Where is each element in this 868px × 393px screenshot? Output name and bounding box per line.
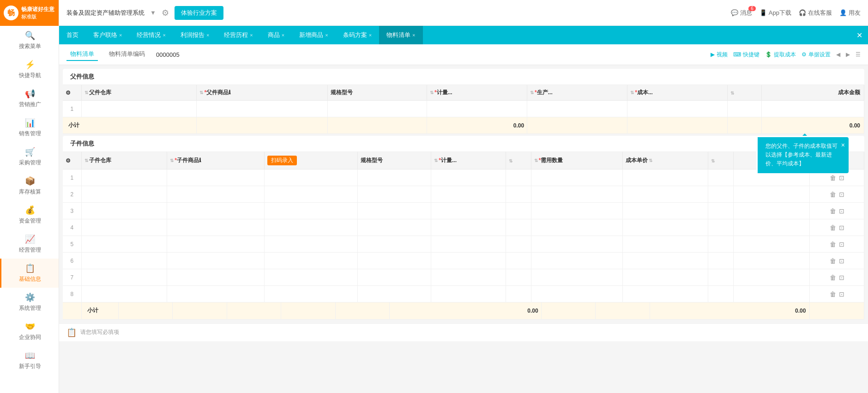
child-cell-qty-8[interactable] bbox=[531, 286, 622, 302]
grid-icon[interactable]: ☰ bbox=[856, 51, 861, 58]
child-cell-qty-7[interactable] bbox=[531, 269, 622, 286]
child-cell-spec-5[interactable] bbox=[357, 236, 431, 253]
nav-tab-经营历程[interactable]: 经营历程 × bbox=[217, 26, 260, 44]
child-cell-unit-8[interactable] bbox=[431, 286, 506, 302]
nav-tab-客户联络[interactable]: 客户联络 × bbox=[86, 26, 129, 44]
child-cell-unit-6[interactable] bbox=[431, 253, 506, 269]
delete-icon-2[interactable]: 🗑 bbox=[830, 191, 836, 198]
action-settings[interactable]: ⚙ 单据设置 bbox=[802, 51, 831, 59]
parent-cell-spec[interactable] bbox=[328, 101, 427, 117]
gear-icon[interactable]: ⚙ bbox=[162, 8, 169, 18]
child-cell-unit-cost-3[interactable] bbox=[622, 203, 708, 219]
child-col-scan[interactable]: 扫码录入 bbox=[265, 152, 357, 169]
child-cell-qty-2[interactable] bbox=[531, 186, 622, 203]
dropdown-icon[interactable]: ▼ bbox=[150, 9, 156, 16]
nav-tab-新增商品[interactable]: 新增商品 × bbox=[292, 26, 335, 44]
sidebar-item-新手引导[interactable]: 📖新手引导 bbox=[0, 346, 59, 375]
child-col-setting[interactable]: ⚙ bbox=[63, 152, 81, 169]
child-cell-unit-cost-5[interactable] bbox=[622, 236, 708, 253]
copy-icon-5[interactable]: ⊡ bbox=[839, 241, 844, 248]
child-cell-spec-1[interactable] bbox=[357, 169, 431, 186]
nav-prev[interactable]: ◀ bbox=[836, 51, 840, 58]
nav-tab-条码方案[interactable]: 条码方案 × bbox=[336, 26, 379, 44]
child-cell-qty-5[interactable] bbox=[531, 236, 622, 253]
sidebar-item-销售管理[interactable]: 📊销售管理 bbox=[0, 113, 59, 142]
delete-icon-7[interactable]: 🗑 bbox=[830, 274, 836, 281]
delete-icon-4[interactable]: 🗑 bbox=[830, 224, 836, 231]
child-cell-warehouse-3[interactable] bbox=[81, 203, 167, 219]
child-cell-warehouse-6[interactable] bbox=[81, 253, 167, 269]
action-shortcut[interactable]: ⌨ 快捷键 bbox=[733, 51, 760, 59]
parent-cell-product[interactable] bbox=[197, 101, 328, 117]
sidebar-item-采购管理[interactable]: 🛒采购管理 bbox=[0, 142, 59, 171]
parent-cell-produce[interactable] bbox=[527, 101, 627, 117]
child-cell-spec-7[interactable] bbox=[357, 269, 431, 286]
sidebar-item-企业协同[interactable]: 🤝企业协同 bbox=[0, 317, 59, 346]
page-tab-list[interactable]: 物料清单 bbox=[66, 48, 98, 61]
child-cell-spec-6[interactable] bbox=[357, 253, 431, 269]
child-cell-unit-7[interactable] bbox=[431, 269, 506, 286]
tab-close-icon[interactable]: × bbox=[325, 32, 328, 38]
child-cell-product-6[interactable] bbox=[167, 253, 265, 269]
child-cell-unit-5[interactable] bbox=[431, 236, 506, 253]
child-cell-unit-cost-7[interactable] bbox=[622, 269, 708, 286]
child-cell-warehouse-5[interactable] bbox=[81, 236, 167, 253]
child-cell-product-7[interactable] bbox=[167, 269, 265, 286]
copy-icon-2[interactable]: ⊡ bbox=[839, 191, 844, 198]
copy-icon-1[interactable]: ⊡ bbox=[839, 174, 844, 181]
action-cost[interactable]: 💲 提取成本 bbox=[765, 51, 796, 59]
delete-icon-3[interactable]: 🗑 bbox=[830, 207, 836, 215]
scan-btn[interactable]: 扫码录入 bbox=[267, 156, 297, 165]
tab-close-icon[interactable]: × bbox=[163, 32, 165, 38]
tab-close-icon[interactable]: × bbox=[412, 32, 415, 38]
tab-close-icon[interactable]: × bbox=[206, 32, 209, 38]
delete-icon-8[interactable]: 🗑 bbox=[830, 290, 836, 298]
child-cell-warehouse-7[interactable] bbox=[81, 269, 167, 286]
tab-close-icon[interactable]: × bbox=[369, 32, 372, 38]
copy-icon-8[interactable]: ⊡ bbox=[839, 290, 844, 298]
parent-cell-cost[interactable] bbox=[627, 101, 728, 117]
child-cell-unit-cost-6[interactable] bbox=[622, 253, 708, 269]
message-btn[interactable]: 💬 消息 6 bbox=[731, 9, 752, 17]
app-download-btn[interactable]: 📱 App下载 bbox=[760, 9, 791, 17]
sidebar-item-经营管理[interactable]: 📈经营管理 bbox=[0, 230, 59, 259]
child-cell-product-2[interactable] bbox=[167, 186, 265, 203]
parent-cell-warehouse[interactable] bbox=[81, 101, 197, 117]
tooltip-close[interactable]: × bbox=[841, 140, 845, 150]
user-menu[interactable]: 👤 用友 bbox=[839, 9, 861, 17]
child-cell-spec-8[interactable] bbox=[357, 286, 431, 302]
child-cell-unit-1[interactable] bbox=[431, 169, 506, 186]
child-cell-product-8[interactable] bbox=[167, 286, 265, 302]
tab-close-icon[interactable]: × bbox=[282, 32, 284, 38]
nav-tab-首页[interactable]: 首页 bbox=[59, 26, 86, 44]
delete-icon-1[interactable]: 🗑 bbox=[830, 174, 836, 181]
child-cell-unit-3[interactable] bbox=[431, 203, 506, 219]
child-cell-product-4[interactable] bbox=[167, 219, 265, 236]
nav-tab-物料清单[interactable]: 物料清单 × bbox=[379, 26, 422, 44]
child-cell-unit-cost-8[interactable] bbox=[622, 286, 708, 302]
sidebar-item-资金管理[interactable]: 💰资金管理 bbox=[0, 200, 59, 230]
parent-cell-unit[interactable] bbox=[427, 101, 527, 117]
child-cell-warehouse-2[interactable] bbox=[81, 186, 167, 203]
experience-btn[interactable]: 体验行业方案 bbox=[175, 6, 223, 20]
parent-col-setting[interactable]: ⚙ bbox=[63, 85, 81, 101]
child-cell-product-3[interactable] bbox=[167, 203, 265, 219]
tab-close-icon[interactable]: × bbox=[119, 32, 122, 38]
copy-icon-3[interactable]: ⊡ bbox=[839, 207, 844, 215]
sidebar-item-快捷导航[interactable]: ⚡快捷导航 bbox=[0, 55, 59, 84]
page-tab-code-label[interactable]: 物料清单编码 bbox=[105, 48, 149, 61]
child-cell-qty-6[interactable] bbox=[531, 253, 622, 269]
nav-tab-商品[interactable]: 商品 × bbox=[260, 26, 292, 44]
online-service-btn[interactable]: 🎧 在线客服 bbox=[799, 9, 832, 17]
action-view[interactable]: ▶ 视频 bbox=[711, 51, 728, 59]
nav-tab-利润报告[interactable]: 利润报告 × bbox=[173, 26, 217, 44]
sidebar-item-营销推广[interactable]: 📢营销推广 bbox=[0, 84, 59, 113]
child-cell-unit-2[interactable] bbox=[431, 186, 506, 203]
delete-icon-5[interactable]: 🗑 bbox=[830, 241, 836, 248]
child-cell-warehouse-1[interactable] bbox=[81, 169, 167, 186]
sidebar-item-基础信息[interactable]: 📋基础信息 bbox=[0, 259, 59, 288]
child-cell-qty-1[interactable] bbox=[531, 169, 622, 186]
child-cell-unit-cost-4[interactable] bbox=[622, 219, 708, 236]
sidebar-item-搜索菜单[interactable]: 🔍搜索菜单 bbox=[0, 26, 59, 55]
child-cell-spec-2[interactable] bbox=[357, 186, 431, 203]
